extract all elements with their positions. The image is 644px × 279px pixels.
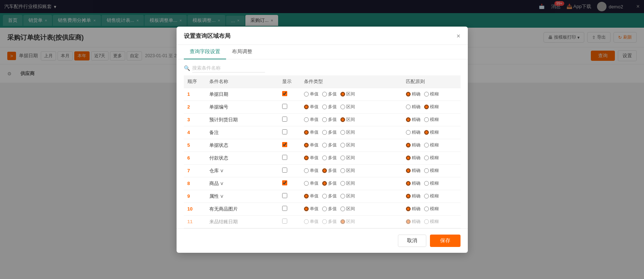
dialog-tab-layout-label: 布局调整 <box>232 48 252 54</box>
dialog-tab-layout[interactable]: 布局调整 <box>226 45 258 59</box>
dialog-tab-query-fields-label: 查询字段设置 <box>190 48 220 54</box>
settings-table-container: 顺序 条件名称 显示 条件类型 匹配原则 1单据日期单值多值区间精确模糊2单据编… <box>177 75 468 83</box>
dialog-header: 设置查询区域布局 × <box>177 27 468 45</box>
settings-table: 顺序 条件名称 显示 条件类型 匹配原则 1单据日期单值多值区间精确模糊2单据编… <box>184 75 461 83</box>
dialog-tab-bar: 查询字段设置 布局调整 <box>177 45 468 59</box>
search-input[interactable] <box>192 64 265 72</box>
settings-dialog: 设置查询区域布局 × 查询字段设置 布局调整 🔍 顺序 条件名称 <box>177 27 468 83</box>
modal-overlay: 设置查询区域布局 × 查询字段设置 布局调整 🔍 顺序 条件名称 <box>0 0 644 83</box>
search-icon: 🔍 <box>184 65 190 71</box>
th-order: 顺序 <box>184 75 206 83</box>
dialog-search-area: 🔍 <box>177 59 468 75</box>
dialog-close-btn[interactable]: × <box>457 33 461 39</box>
dialog-tab-query-fields[interactable]: 查询字段设置 <box>184 45 226 59</box>
th-name: 条件名称 <box>206 75 278 83</box>
th-display: 显示 <box>278 75 300 83</box>
th-type: 条件类型 <box>300 75 402 83</box>
dialog-title: 设置查询区域布局 <box>184 32 230 40</box>
th-match: 匹配原则 <box>402 75 461 83</box>
settings-table-header: 顺序 条件名称 显示 条件类型 匹配原则 <box>184 75 461 83</box>
